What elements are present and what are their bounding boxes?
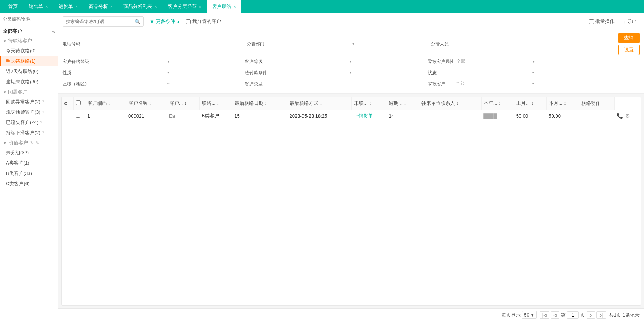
sidebar-group-pending[interactable]: 待联络客户 (0, 36, 58, 46)
search-icon[interactable]: 🔍 (134, 19, 140, 24)
row-select-checkbox[interactable] (76, 113, 80, 118)
detail-action-icon[interactable]: ⚙ (625, 113, 630, 119)
table-area: ⚙ 客户编码 ↕ 客户名称 ↕ 客户... ↕ 联络... ↕ 最后联络日期 ↕… (61, 97, 641, 306)
col-contact-person[interactable]: 往来单位联系人 ↕ (419, 97, 482, 110)
sidebar-group-value[interactable]: 价值客户 ↻ ✎ (0, 138, 58, 148)
col-action: 联络动作 (579, 97, 615, 110)
sidebar-item-tomorrow[interactable]: 明天待联络(1) (0, 56, 58, 66)
col-name[interactable]: 客户名称 ↕ (126, 97, 167, 110)
filter-cell-phone: 电话号码 (63, 39, 244, 48)
page-input[interactable] (567, 311, 579, 319)
select-all-checkbox[interactable] (76, 100, 81, 105)
per-page-selector: 每页显示 50 ▼ (501, 311, 536, 319)
customer-table: ⚙ 客户编码 ↕ 客户名称 ↕ 客户... ↕ 联络... ↕ 最后联络日期 ↕… (62, 97, 641, 122)
sidebar-item-7days[interactable]: 近7天待联络(0) (0, 66, 58, 77)
col-this-month[interactable]: 本月... ↕ (546, 97, 579, 110)
dept-select[interactable]: ▼ (275, 39, 428, 48)
col-this-year[interactable]: 本年... ↕ (481, 97, 514, 110)
phone-input[interactable] (91, 39, 244, 48)
close-icon[interactable]: × (234, 0, 236, 13)
close-icon[interactable]: × (154, 0, 157, 13)
sidebar-item-churn-warning[interactable]: 流失预警客户(3) ? (0, 107, 58, 117)
batch-check[interactable] (589, 19, 594, 24)
prev-page-btn[interactable]: ◁ (551, 311, 559, 319)
chevron-down-icon: ▼ (349, 59, 425, 63)
nav-sales[interactable]: 销售单 × (24, 0, 53, 13)
collapse-icon[interactable]: « (52, 28, 55, 34)
search-bar: 🔍 ▼ 更多条件 ▲ 我分管的客户 批量操作 ↑ 导出 (58, 13, 644, 30)
retail-attr-select[interactable]: 全部 ▼ (456, 57, 607, 66)
nav-product-analysis-list[interactable]: 商品分析列表 × (118, 0, 162, 13)
sidebar-item-abnormal-repurchase[interactable]: 回购异常客户(2) ? (0, 97, 58, 107)
nav-customer-tier[interactable]: 客户分层经营 × (163, 0, 206, 13)
table-header-row: ⚙ 客户编码 ↕ 客户名称 ↕ 客户... ↕ 联络... ↕ 最后联络日期 ↕… (62, 97, 641, 110)
more-filter-btn[interactable]: ▼ 更多条件 ▲ (147, 17, 183, 26)
next-page-btn[interactable]: ▷ (587, 311, 595, 319)
payment-select[interactable]: ▼ (273, 68, 424, 77)
sidebar-item-ungrouped[interactable]: 未分组(32) (0, 148, 58, 158)
sidebar-item-declining[interactable]: 持续下滑客户(2) ? (0, 128, 58, 138)
sidebar-item-class-a[interactable]: A类客户(1) (0, 158, 58, 168)
close-icon[interactable]: × (110, 0, 112, 13)
nav-product-analysis[interactable]: 商品分析 × (84, 0, 118, 13)
sidebar-group-problem[interactable]: 问题客户 (0, 87, 58, 97)
sidebar-item-class-c[interactable]: C类客户(6) (0, 179, 58, 189)
export-btn[interactable]: ↑ 导出 (620, 17, 640, 26)
edit-icon[interactable]: ✎ (36, 141, 39, 145)
nav-purchase[interactable]: 进货单 × (53, 0, 83, 13)
row-this-year: 50.00 (514, 110, 547, 122)
sidebar-item-overdue[interactable]: 逾期未联络(30) (0, 77, 58, 87)
filter-cell-customer-level: 客户等级 ▼ (245, 57, 424, 66)
row-contact-person: ████ (481, 110, 514, 122)
customer-type-select[interactable] (273, 79, 424, 88)
col-not-contacted[interactable]: 未联... ↕ (351, 97, 386, 110)
row-last-contact-method[interactable]: 下销货单 (351, 110, 386, 122)
nav-home[interactable]: 首页 (3, 0, 23, 13)
search-input-wrap[interactable]: 🔍 (63, 16, 144, 27)
my-customers-checkbox[interactable]: 我分管的客户 (186, 18, 221, 25)
help-icon: ? (42, 100, 44, 104)
price-level-select[interactable]: ▼ (91, 57, 242, 66)
col-overdue[interactable]: 逾期... ↕ (386, 97, 419, 110)
col-last-contact-date[interactable]: 最后联络日期 ↕ (232, 97, 287, 110)
row-overdue (419, 110, 482, 122)
region-select[interactable]: ··· (91, 79, 242, 88)
first-page-btn[interactable]: |◁ (540, 311, 549, 319)
filter-cell-region: 区域（地区） ··· (63, 79, 242, 88)
batch-operation-btn[interactable]: 批量操作 (586, 17, 617, 26)
sidebar-item-class-b[interactable]: B类客户(33) (0, 168, 58, 179)
col-code[interactable]: 客户编码 ↕ (85, 97, 126, 110)
manager-select[interactable]: ··· (459, 39, 612, 48)
col-checkbox[interactable] (73, 97, 85, 110)
set-btn[interactable]: 设置 (618, 45, 640, 55)
filter-cell-payment: 收付款条件 ▼ (245, 68, 424, 77)
sidebar-item-churned[interactable]: 已流失客户(24) ? (0, 117, 58, 128)
col-last-month[interactable]: 上月... ↕ (514, 97, 547, 110)
close-icon[interactable]: × (45, 0, 48, 13)
retail-customer-select[interactable]: 全部 ▼ (456, 79, 607, 88)
filter-actions: 查询 设置 (615, 33, 640, 55)
close-icon[interactable]: × (199, 0, 201, 13)
col-customer-type[interactable]: 客户... ↕ (167, 97, 200, 110)
row-checkbox[interactable] (73, 110, 85, 122)
per-page-dropdown[interactable]: 50 ▼ (522, 311, 536, 319)
help-icon: ? (42, 131, 44, 135)
customer-level-select[interactable]: ▼ (273, 57, 424, 66)
query-btn[interactable]: 查询 (618, 33, 640, 43)
sidebar-search-input[interactable] (3, 17, 58, 22)
my-customers-check[interactable] (186, 19, 191, 24)
filter-cell-status: 状态 ▼ (428, 68, 607, 77)
refresh-icon[interactable]: ↻ (30, 141, 34, 145)
col-last-contact-method[interactable]: 最后联络方式 ↕ (287, 97, 352, 110)
row-action: 📞 ⚙ (615, 110, 641, 122)
col-gear[interactable]: ⚙ (62, 97, 73, 110)
search-input[interactable] (66, 19, 133, 24)
close-icon[interactable]: × (75, 0, 77, 13)
nature-select[interactable]: ▼ (91, 68, 242, 77)
sidebar-item-today[interactable]: 今天待联络(0) (0, 46, 58, 56)
col-contact-count[interactable]: 联络... ↕ (200, 97, 232, 110)
phone-action-icon[interactable]: 📞 (617, 113, 623, 119)
last-page-btn[interactable]: ▷| (596, 311, 606, 319)
nav-customer-contact[interactable]: 客户联络 × (207, 0, 241, 13)
status-select[interactable]: ▼ (456, 68, 607, 77)
